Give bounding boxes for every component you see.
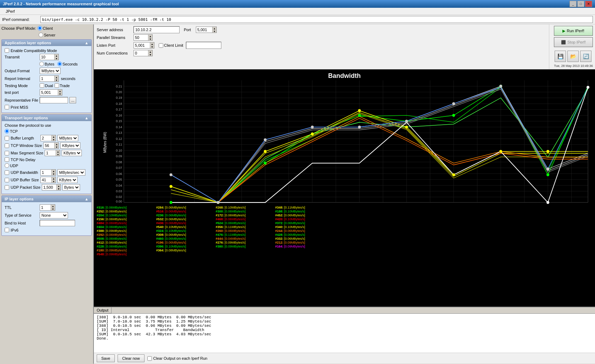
parallel-streams-wrap[interactable]: ▲ ▼ — [134, 34, 153, 41]
seconds-radio-label[interactable]: Seconds — [57, 62, 78, 66]
client-radio-label[interactable]: Client — [38, 26, 53, 30]
buffer-length-unit-select[interactable]: MBytes — [57, 135, 78, 141]
udp-packet-input[interactable] — [42, 184, 56, 190]
tcp-window-unit-select[interactable]: KBytes — [60, 142, 80, 149]
open-icon-btn[interactable]: 📂 — [567, 51, 579, 62]
refresh-icon-btn[interactable]: 🔄 — [580, 51, 591, 62]
max-segment-unit-select[interactable]: KBytes — [62, 150, 82, 156]
tcp-window-checkbox[interactable] — [5, 143, 9, 148]
bl-down[interactable]: ▼ — [51, 138, 56, 141]
clear-on-run-checkbox[interactable] — [147, 356, 152, 361]
dual-checkbox[interactable] — [40, 83, 44, 88]
tw-up[interactable]: ▲ — [54, 143, 58, 146]
ipv6-checkbox[interactable] — [5, 228, 9, 232]
tw-down[interactable]: ▼ — [54, 146, 58, 148]
listen-port-wrap[interactable]: ▲ ▼ — [134, 42, 154, 49]
tos-select[interactable]: None — [40, 212, 68, 218]
udp-buffer-wrap[interactable]: ▲ ▼ — [40, 177, 56, 183]
seconds-radio[interactable] — [57, 62, 62, 66]
max-segment-input[interactable] — [45, 150, 56, 156]
transmit-input[interactable] — [40, 54, 54, 60]
server-radio[interactable] — [39, 33, 43, 37]
server-address-input[interactable] — [134, 26, 180, 33]
client-limit-checkbox[interactable] — [159, 43, 163, 48]
nc-down[interactable]: ▼ — [148, 53, 152, 56]
test-port-input[interactable] — [40, 90, 58, 95]
tcp-nodelay-checkbox[interactable] — [5, 157, 9, 162]
num-connections-wrap[interactable]: ▲ ▼ — [134, 50, 153, 56]
port-down[interactable]: ▼ — [212, 30, 216, 33]
lp-down[interactable]: ▼ — [150, 45, 154, 48]
save-output-button[interactable]: Save — [97, 354, 115, 362]
max-segment-checkbox[interactable] — [5, 151, 9, 155]
dual-label-wrap[interactable]: Dual — [40, 83, 53, 88]
clear-on-run-label[interactable]: Clear Output on each Iperf Run — [147, 356, 208, 361]
transport-layer-toggle[interactable]: ▲ — [85, 116, 89, 120]
udp-buffer-input[interactable] — [41, 177, 51, 183]
udp-packet-wrap[interactable]: ▲ ▼ — [42, 184, 61, 190]
client-limit-input[interactable] — [186, 42, 221, 49]
save-icon-btn[interactable]: 💾 — [555, 51, 566, 62]
udp-radio[interactable] — [5, 163, 9, 168]
server-radio-label[interactable]: Server — [39, 33, 55, 37]
output-format-select[interactable]: MBytes — [40, 68, 61, 74]
buffer-length-checkbox[interactable] — [5, 136, 9, 141]
port-up[interactable]: ▲ — [212, 27, 216, 30]
transmit-up[interactable]: ▲ — [54, 54, 58, 57]
bl-up[interactable]: ▲ — [51, 135, 56, 138]
report-up[interactable]: ▲ — [54, 76, 58, 79]
close-button[interactable]: ✕ — [585, 1, 592, 7]
tcp-window-wrap[interactable]: ▲ ▼ — [43, 142, 59, 149]
trade-checkbox[interactable] — [55, 83, 59, 88]
up-up[interactable]: ▲ — [56, 184, 61, 187]
client-radio[interactable] — [38, 26, 42, 30]
udp-bandwidth-wrap[interactable]: ▲ ▼ — [40, 169, 56, 176]
udp-packet-unit-select[interactable]: Bytes — [62, 184, 80, 190]
transport-layer-header[interactable]: Transport layer options ▲ — [2, 115, 91, 121]
menu-jperf[interactable]: JPerf — [3, 8, 18, 14]
enable-compat-checkbox[interactable] — [5, 48, 9, 53]
nc-up[interactable]: ▲ — [148, 50, 152, 53]
buffer-length-wrap[interactable]: ▲ ▼ — [40, 135, 56, 141]
testport-down[interactable]: ▼ — [58, 92, 62, 95]
udp-packet-checkbox[interactable] — [5, 185, 9, 190]
run-iperf-button[interactable]: ▶ Run IPerf! — [554, 26, 593, 36]
minimize-button[interactable]: _ — [570, 1, 577, 7]
browse-button[interactable]: ... — [69, 97, 76, 103]
ttl-down[interactable]: ▼ — [51, 207, 55, 210]
ttl-up[interactable]: ▲ — [51, 205, 55, 207]
port-input[interactable] — [196, 27, 212, 33]
testport-up[interactable]: ▲ — [58, 90, 62, 92]
udp-buffer-checkbox[interactable] — [5, 178, 9, 182]
listen-port-input[interactable] — [134, 42, 150, 48]
stop-iperf-button[interactable]: ⬛ Stop IPerf! — [554, 37, 593, 47]
tcp-window-input[interactable] — [44, 143, 54, 148]
up-down[interactable]: ▼ — [56, 187, 61, 190]
tcp-radio-label[interactable]: TCP — [5, 129, 18, 133]
udp-bandwidth-unit-select[interactable]: MBytes/sec — [57, 169, 85, 176]
transmit-down[interactable]: ▼ — [54, 57, 58, 60]
trade-label-wrap[interactable]: Trade — [55, 83, 70, 88]
bind-host-input[interactable] — [40, 220, 75, 226]
application-layer-header[interactable]: Application layer options ▲ — [2, 40, 91, 46]
ms-down[interactable]: ▼ — [56, 153, 60, 156]
udp-radio-label[interactable]: UDP — [5, 163, 18, 168]
clear-now-button[interactable]: Clear now — [118, 354, 144, 362]
ubuf-down[interactable]: ▼ — [51, 180, 56, 183]
udp-bandwidth-checkbox[interactable] — [5, 170, 9, 175]
buffer-length-input[interactable] — [41, 135, 51, 141]
ttl-wrap[interactable]: ▲ ▼ — [40, 204, 55, 211]
bytes-radio-label[interactable]: Bytes — [39, 62, 55, 66]
report-down[interactable]: ▼ — [54, 79, 58, 81]
report-interval-input[interactable] — [40, 76, 54, 81]
rep-file-input[interactable] — [40, 97, 68, 103]
ms-up[interactable]: ▲ — [56, 150, 60, 153]
test-port-wrap[interactable]: ▲ ▼ — [40, 89, 62, 96]
maximize-button[interactable]: □ — [577, 1, 584, 7]
transmit-input-wrap[interactable]: ▲ ▼ — [40, 54, 59, 60]
iperf-command-input[interactable] — [40, 16, 593, 23]
ub-down[interactable]: ▼ — [51, 172, 56, 175]
ps-up[interactable]: ▲ — [148, 35, 152, 38]
ps-down[interactable]: ▼ — [148, 38, 152, 40]
parallel-streams-input[interactable] — [134, 35, 148, 40]
